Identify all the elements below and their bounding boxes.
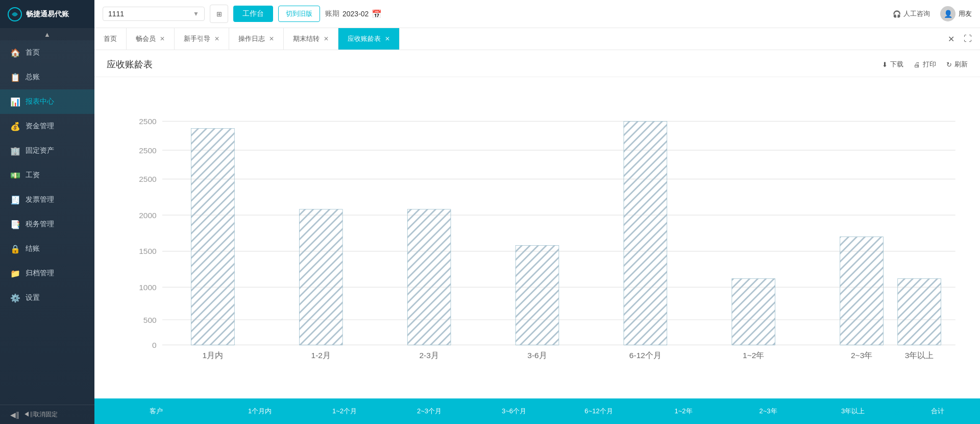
sidebar-scroll-up[interactable]: ▲ <box>0 28 94 40</box>
print-button[interactable]: 🖨 打印 <box>914 60 936 69</box>
tab-guide[interactable]: 新手引导✕ <box>175 28 229 50</box>
avatar: 👤 <box>940 6 955 21</box>
settings-icon: ⚙️ <box>10 293 20 303</box>
sidebar-item-settings[interactable]: ⚙️ 设置 <box>0 286 94 310</box>
tab-aging[interactable]: 应收账龄表✕ <box>338 28 400 50</box>
svg-text:1月内: 1月内 <box>203 351 224 360</box>
content-area: 应收账龄表 ⬇ 下载 🖨 打印 ↻ 刷新 2500 <box>94 50 980 424</box>
sidebar-pin-toggle[interactable]: ◀‖ ◀‖取消固定 <box>0 405 94 424</box>
sidebar-item-closing[interactable]: 🔒 结账 <box>0 237 94 261</box>
sidebar-item-archive[interactable]: 📁 归档管理 <box>0 261 94 286</box>
funds-icon: 💰 <box>10 121 20 131</box>
bar-1-2月 <box>299 209 342 345</box>
sidebar-item-home[interactable]: 🏠 首页 <box>0 40 94 65</box>
sidebar-item-label: 首页 <box>26 48 40 57</box>
workbench-button[interactable]: 工作台 <box>233 6 273 22</box>
svg-text:1~2年: 1~2年 <box>743 351 764 360</box>
tab-close-icon[interactable]: ✕ <box>214 36 219 42</box>
table-header-cell-0: 客户 <box>94 407 217 416</box>
tab-label: 期末结转 <box>293 34 320 43</box>
period-value: 2023-02 <box>342 10 369 18</box>
svg-text:1000: 1000 <box>139 283 157 292</box>
tab-home[interactable]: 首页 <box>94 28 127 50</box>
sidebar: 畅捷通易代账 ▲ 🏠 首页 📋 总账 📊 报表中心 💰 资金管理 🏢 固定资产 … <box>0 0 94 424</box>
print-icon: 🖨 <box>914 61 920 68</box>
tab-close-icon[interactable]: ✕ <box>324 36 329 42</box>
sidebar-nav: 🏠 首页 📋 总账 📊 报表中心 💰 资金管理 🏢 固定资产 💵 工资 🧾 发票… <box>0 40 94 405</box>
archive-icon: 📁 <box>10 268 20 278</box>
copy-icon: ⊞ <box>216 10 222 18</box>
sidebar-item-label: 报表中心 <box>26 97 54 106</box>
user-menu[interactable]: 👤 用友 <box>940 6 972 21</box>
ai-watermark: Ai <box>882 406 914 424</box>
app-name: 畅捷通易代账 <box>26 10 69 19</box>
tab-member[interactable]: 畅会员✕ <box>127 28 175 50</box>
sidebar-item-label: 发票管理 <box>26 195 54 204</box>
switch-version-button[interactable]: 切到旧版 <box>278 6 320 22</box>
sidebar-item-label: 设置 <box>26 293 40 302</box>
invoice-icon: 🧾 <box>10 195 20 205</box>
unpin-icon: ◀‖ <box>10 411 19 419</box>
svg-text:3年以上: 3年以上 <box>905 351 934 360</box>
sidebar-item-label: 归档管理 <box>26 269 54 278</box>
table-header: 客户1个月内1~2个月2~3个月3~6个月6~12个月1~2年2~3年3年以上合… <box>94 398 980 424</box>
refresh-label: 刷新 <box>954 60 968 69</box>
sidebar-item-label: 资金管理 <box>26 122 54 131</box>
header-right: 🎧 人工咨询 👤 用友 <box>893 6 972 21</box>
svg-text:2~3年: 2~3年 <box>851 351 872 360</box>
sidebar-logo: 畅捷通易代账 <box>0 0 94 28</box>
consult-button[interactable]: 🎧 人工咨询 <box>893 9 930 18</box>
svg-text:2500: 2500 <box>139 146 157 155</box>
company-selector[interactable]: 1111 ▼ <box>103 7 205 21</box>
expand-tab-button[interactable]: ⛶ <box>961 32 975 46</box>
tabs-container: 首页畅会员✕新手引导✕操作日志✕期末结转✕应收账龄表✕ <box>94 28 939 50</box>
table-header-cell-3: 2~3个月 <box>387 407 472 416</box>
svg-text:500: 500 <box>143 316 157 324</box>
sidebar-item-label: 结账 <box>26 244 40 253</box>
print-label: 打印 <box>923 60 936 69</box>
sidebar-item-ledger[interactable]: 📋 总账 <box>0 65 94 89</box>
svg-text:1-2月: 1-2月 <box>311 351 331 360</box>
bar-1-2年 <box>732 278 775 345</box>
content-header: 应收账龄表 ⬇ 下载 🖨 打印 ↻ 刷新 <box>94 50 980 77</box>
svg-text:2-3月: 2-3月 <box>419 351 438 360</box>
download-button[interactable]: ⬇ 下载 <box>882 60 903 69</box>
close-tab-button[interactable]: ✕ <box>944 32 958 46</box>
copy-button[interactable]: ⊞ <box>210 5 228 23</box>
sidebar-item-tax[interactable]: 📑 税务管理 <box>0 212 94 237</box>
sidebar-item-funds[interactable]: 💰 资金管理 <box>0 114 94 138</box>
tab-label: 首页 <box>104 34 117 43</box>
calendar-icon[interactable]: 📅 <box>372 9 382 19</box>
svg-text:2000: 2000 <box>139 211 157 220</box>
tab-close-icon[interactable]: ✕ <box>385 36 390 42</box>
tab-log[interactable]: 操作日志✕ <box>229 28 284 50</box>
home-icon: 🏠 <box>10 48 20 58</box>
sidebar-item-assets[interactable]: 🏢 固定资产 <box>0 138 94 163</box>
sidebar-item-invoice[interactable]: 🧾 发票管理 <box>0 187 94 212</box>
top-header: 1111 ▼ ⊞ 工作台 切到旧版 账期 2023-02 📅 🎧 人工咨询 👤 … <box>94 0 980 28</box>
sidebar-item-reports[interactable]: 📊 报表中心 <box>0 89 94 114</box>
svg-text:3-6月: 3-6月 <box>527 351 547 360</box>
tab-label: 操作日志 <box>238 34 265 43</box>
period-display: 账期 2023-02 📅 <box>325 9 382 19</box>
tab-label: 畅会员 <box>136 34 156 43</box>
content-actions: ⬇ 下载 🖨 打印 ↻ 刷新 <box>882 60 968 69</box>
bar-3年以上 <box>898 278 941 345</box>
salary-icon: 💵 <box>10 170 20 180</box>
tab-period-end[interactable]: 期末结转✕ <box>284 28 338 50</box>
bar-2-3月 <box>407 209 451 345</box>
svg-text:0: 0 <box>152 341 157 349</box>
tab-close-icon[interactable]: ✕ <box>160 36 165 42</box>
table-header-cell-5: 6~12个月 <box>556 407 641 416</box>
sidebar-item-label: 税务管理 <box>26 220 54 229</box>
sidebar-item-salary[interactable]: 💵 工资 <box>0 163 94 187</box>
chevron-down-icon: ▼ <box>193 10 199 17</box>
tax-icon: 📑 <box>10 219 20 229</box>
tab-close-icon[interactable]: ✕ <box>269 36 274 42</box>
ledger-icon: 📋 <box>10 72 20 82</box>
bar-6-12月 <box>624 121 667 345</box>
headset-icon: 🎧 <box>893 10 901 18</box>
refresh-button[interactable]: ↻ 刷新 <box>946 60 968 69</box>
svg-text:2500: 2500 <box>139 175 157 183</box>
username: 用友 <box>959 9 972 18</box>
